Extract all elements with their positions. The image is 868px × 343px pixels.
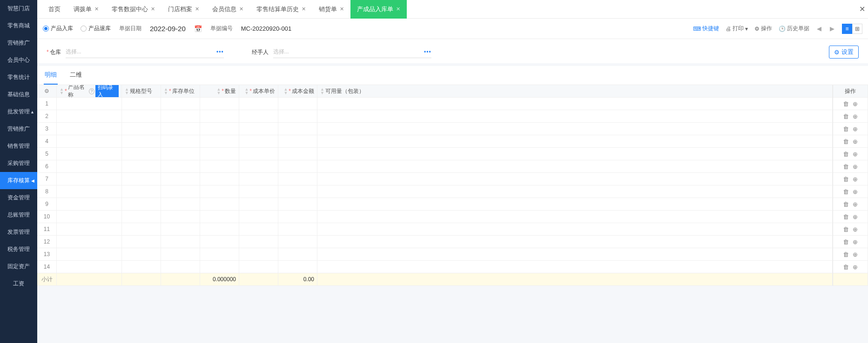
view-list-button[interactable]: ≡	[842, 24, 852, 34]
table-row[interactable]: 6	[37, 160, 833, 173]
prev-doc-icon[interactable]: ◀	[816, 25, 822, 32]
date-value[interactable]: 2022-09-20	[150, 25, 186, 33]
table-row[interactable]: 11	[37, 223, 833, 236]
sidebar-item[interactable]: 营销推广	[0, 120, 37, 138]
ops-button[interactable]: ⚙ 操作	[754, 25, 772, 33]
tab[interactable]: 零售结算单历史✕	[250, 0, 312, 19]
close-icon[interactable]: ✕	[239, 6, 243, 12]
calendar-icon[interactable]: 📅	[194, 25, 202, 33]
table-row[interactable]: 9	[37, 198, 833, 211]
history-button[interactable]: 🕒 历史单据	[779, 25, 809, 33]
sort-icon[interactable]: ▲▼	[320, 87, 324, 95]
delete-icon[interactable]: 🗑	[843, 163, 849, 170]
table-row[interactable]: 8	[37, 185, 833, 198]
delete-icon[interactable]: 🗑	[843, 201, 849, 208]
delete-icon[interactable]: 🗑	[843, 264, 849, 270]
delete-icon[interactable]: 🗑	[843, 213, 849, 220]
sidebar-item[interactable]: 零售商城	[0, 17, 37, 34]
print-button[interactable]: 🖨 打印 ▾	[726, 25, 748, 33]
add-row-icon[interactable]: ⊕	[853, 264, 858, 270]
add-row-icon[interactable]: ⊕	[853, 213, 858, 220]
tab[interactable]: 首页	[42, 0, 67, 19]
sort-icon[interactable]: ▲▼	[216, 87, 221, 95]
tab[interactable]: 零售数据中心✕	[105, 0, 161, 19]
add-row-icon[interactable]: ⊕	[853, 251, 858, 258]
sort-icon[interactable]: ▲▼	[283, 87, 288, 95]
sidebar-item[interactable]: 基础信息	[0, 86, 37, 103]
delete-icon[interactable]: 🗑	[843, 100, 849, 107]
close-all-tabs-icon[interactable]: ✕	[859, 5, 865, 13]
add-row-icon[interactable]: ⊕	[853, 188, 858, 195]
close-icon[interactable]: ✕	[94, 6, 99, 12]
tab[interactable]: 门店档案✕	[161, 0, 206, 19]
sidebar-item[interactable]: 批发管理▲	[0, 103, 37, 120]
add-row-icon[interactable]: ⊕	[853, 201, 858, 208]
delete-icon[interactable]: 🗑	[843, 176, 849, 183]
table-row[interactable]: 13	[37, 248, 833, 261]
add-row-icon[interactable]: ⊕	[853, 113, 858, 120]
table-row[interactable]: 3	[37, 123, 833, 135]
subtab-2d[interactable]: 二维	[69, 66, 83, 85]
sidebar-item[interactable]: 工资	[0, 275, 37, 292]
table-row[interactable]: 10	[37, 211, 833, 223]
sidebar-item[interactable]: 税务管理	[0, 241, 37, 258]
add-row-icon[interactable]: ⊕	[853, 151, 858, 158]
more-icon[interactable]: •••	[216, 49, 224, 55]
delete-icon[interactable]: 🗑	[843, 113, 849, 120]
tab[interactable]: 会员信息✕	[206, 0, 250, 19]
sidebar-item[interactable]: 库存核算◀	[0, 172, 37, 189]
handler-select[interactable]: 选择... •••	[273, 46, 431, 58]
delete-icon[interactable]: 🗑	[843, 125, 849, 132]
sidebar-item[interactable]: 采购管理	[0, 155, 37, 172]
sort-icon[interactable]: ▲▼	[164, 87, 168, 95]
delete-icon[interactable]: 🗑	[843, 238, 849, 245]
subtab-detail[interactable]: 明细	[44, 66, 58, 85]
sidebar-item[interactable]: 发票管理	[0, 224, 37, 241]
next-doc-icon[interactable]: ▶	[829, 25, 835, 32]
sort-icon[interactable]: ▲▼	[125, 87, 129, 95]
gear-icon[interactable]: ⚙	[44, 88, 49, 94]
sort-icon[interactable]: ▲▼	[60, 87, 64, 95]
table-row[interactable]: 5	[37, 148, 833, 160]
add-row-icon[interactable]: ⊕	[853, 238, 858, 245]
add-row-icon[interactable]: ⊕	[853, 226, 858, 233]
close-icon[interactable]: ✕	[340, 6, 344, 12]
table-row[interactable]: 1	[37, 98, 833, 110]
sidebar-item[interactable]: 营销推广	[0, 34, 37, 52]
shortcut-button[interactable]: ⌨ 快捷键	[693, 25, 719, 33]
close-icon[interactable]: ✕	[151, 6, 155, 12]
table-row[interactable]: 4	[37, 135, 833, 148]
delete-icon[interactable]: 🗑	[843, 226, 849, 233]
delete-icon[interactable]: 🗑	[843, 138, 849, 145]
tab[interactable]: 调拨单✕	[67, 0, 105, 19]
radio-product-in[interactable]: 产品入库	[43, 25, 73, 33]
radio-product-out[interactable]: 产品退库	[81, 25, 111, 33]
settings-button[interactable]: ⚙ 设置	[829, 46, 859, 59]
view-card-button[interactable]: ⊞	[852, 24, 862, 34]
table-row[interactable]: 7	[37, 173, 833, 185]
add-row-icon[interactable]: ⊕	[853, 125, 858, 132]
close-icon[interactable]: ✕	[195, 6, 199, 12]
delete-icon[interactable]: 🗑	[843, 251, 849, 258]
add-row-icon[interactable]: ⊕	[853, 138, 858, 145]
warehouse-select[interactable]: 选择... •••	[66, 46, 224, 58]
sidebar-item[interactable]: 资金管理	[0, 189, 37, 206]
add-row-icon[interactable]: ⊕	[853, 163, 858, 170]
add-row-icon[interactable]: ⊕	[853, 100, 858, 107]
sort-icon[interactable]: ▲▼	[244, 87, 249, 95]
more-icon[interactable]: •••	[424, 49, 431, 55]
delete-icon[interactable]: 🗑	[843, 151, 849, 158]
sidebar-item[interactable]: 销售管理	[0, 138, 37, 155]
sidebar-item[interactable]: 会员中心	[0, 52, 37, 69]
close-icon[interactable]: ✕	[302, 6, 306, 12]
sidebar-item[interactable]: 零售统计	[0, 69, 37, 86]
add-row-icon[interactable]: ⊕	[853, 176, 858, 183]
sidebar-item[interactable]: 固定资产	[0, 258, 37, 275]
delete-icon[interactable]: 🗑	[843, 188, 849, 195]
table-row[interactable]: 2	[37, 110, 833, 123]
sidebar-item[interactable]: 智慧门店	[0, 0, 37, 17]
table-row[interactable]: 14	[37, 261, 833, 273]
tab[interactable]: 销货单✕	[312, 0, 350, 19]
table-row[interactable]: 12	[37, 236, 833, 248]
help-icon[interactable]: ?	[89, 88, 94, 94]
